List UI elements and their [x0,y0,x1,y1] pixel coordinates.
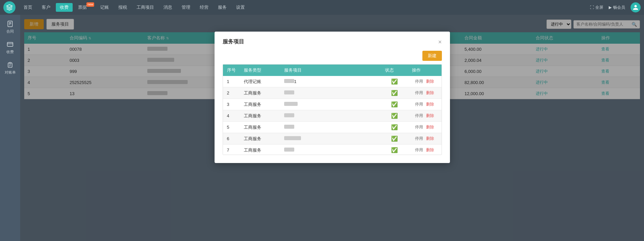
play-icon: ▶ [609,5,612,10]
modal-cell-action: 停用 删除 [408,110,442,122]
modal-cell-type: 工商服务 [240,87,280,99]
delete-button[interactable]: 删除 [426,79,434,84]
svg-rect-1 [7,42,13,46]
modal-table-row: 4 工商服务 ✅ 停用 删除 [223,110,442,122]
modal-cell-item [280,87,381,99]
right-actions: ⛶ 全屏 ▶ 畅会员 [590,2,641,12]
content-area: 新增 服务项目 进行中 已结束 全部 🔍 序号 合同编 [20,15,644,241]
nav-manage[interactable]: 管理 [178,3,194,12]
modal-cell-action: 停用 删除 [408,122,442,133]
modal-cell-seq: 3 [223,99,240,110]
stop-button[interactable]: 停用 [415,79,423,84]
status-check-icon: ✅ [391,124,398,130]
modal-cell-seq: 1 [223,76,240,87]
service-items-table: 序号 服务类型 服务项目 状态 操作 1 代理记账 1 ✅ 停用 删除 2 工商… [223,65,442,155]
modal-cell-type: 工商服务 [240,99,280,110]
user-avatar[interactable] [631,2,641,12]
modal-cell-action: 停用 删除 [408,133,442,145]
delete-button[interactable]: 删除 [426,148,434,152]
modal-cell-seq: 7 [223,145,240,155]
modal-table-row: 5 工商服务 ✅ 停用 删除 [223,122,442,133]
modal-col-type: 服务类型 [240,65,280,76]
stop-button[interactable]: 停用 [415,113,423,118]
modal-col-seq: 序号 [223,65,240,76]
sidebar-item-contract[interactable]: 合同 [1,17,19,37]
modal-cell-status: ✅ [381,122,408,133]
modal-cell-status: ✅ [381,145,408,155]
status-check-icon: ✅ [391,90,398,96]
modal-table-row: 1 代理记账 1 ✅ 停用 删除 [223,76,442,87]
modal-cell-seq: 4 [223,110,240,122]
modal-table-row: 3 工商服务 ✅ 停用 删除 [223,99,442,110]
modal-cell-action: 停用 删除 [408,76,442,87]
modal-cell-type: 工商服务 [240,122,280,133]
modal-scroll-area[interactable]: 序号 服务类型 服务项目 状态 操作 1 代理记账 1 ✅ 停用 删除 2 工商… [223,64,442,155]
delete-button[interactable]: 删除 [426,102,434,107]
modal-cell-item [280,110,381,122]
sidebar-item-fee[interactable]: 收费 [1,38,19,57]
fullscreen-button[interactable]: ⛶ 全屏 [590,5,603,10]
modal-cell-type: 工商服务 [240,110,280,122]
nav-items: 首页 客户 收费 票据 new 记账 报税 工商项目 消息 管理 经营 服务 设… [20,3,590,12]
modal-cell-type: 工商服务 [240,145,280,155]
status-check-icon: ✅ [391,136,398,142]
member-button[interactable]: ▶ 畅会员 [609,5,625,10]
sidebar-item-statement[interactable]: 对账单 [1,58,19,78]
modal-table-row: 7 工商服务 ✅ 停用 删除 [223,145,442,155]
modal-table-row: 6 工商服务 ✅ 停用 删除 [223,133,442,145]
stop-button[interactable]: 停用 [415,148,423,152]
delete-button[interactable]: 删除 [426,125,434,129]
nav-invoice[interactable]: 票据 new [74,3,95,12]
modal-close-button[interactable]: × [438,39,442,45]
modal-cell-status: ✅ [381,133,408,145]
fee-icon [6,41,14,48]
modal-cell-action: 停用 删除 [408,145,442,155]
nav-service[interactable]: 服务 [214,3,231,12]
top-navigation: 首页 客户 收费 票据 new 记账 报税 工商项目 消息 管理 经营 服务 设… [0,0,644,15]
modal-title: 服务项目 [223,38,244,45]
nav-tax[interactable]: 报税 [114,3,131,12]
stop-button[interactable]: 停用 [415,125,423,129]
modal-cell-status: ✅ [381,110,408,122]
nav-client[interactable]: 客户 [38,3,54,12]
stop-button[interactable]: 停用 [415,90,423,95]
stop-button[interactable]: 停用 [415,136,423,141]
modal-cell-item [280,122,381,133]
modal-cell-seq: 5 [223,122,240,133]
modal-toolbar: 新建 [223,51,442,61]
svg-rect-2 [9,63,11,64]
statement-icon [6,61,14,69]
modal-col-item: 服务项目 [280,65,381,76]
modal-cell-status: ✅ [381,99,408,110]
nav-bookkeeping[interactable]: 记账 [96,3,113,12]
main-layout: 合同 收费 对账单 新增 服务项目 进行中 已结束 全部 [0,15,644,241]
sidebar: 合同 收费 对账单 [0,15,20,241]
status-check-icon: ✅ [391,113,398,119]
stop-button[interactable]: 停用 [415,102,423,107]
modal-cell-seq: 2 [223,87,240,99]
modal-col-action: 操作 [408,65,442,76]
status-check-icon: ✅ [391,79,398,84]
modal-cell-status: ✅ [381,76,408,87]
nav-home[interactable]: 首页 [20,3,36,12]
nav-business[interactable]: 工商项目 [132,3,158,12]
delete-button[interactable]: 删除 [426,113,434,118]
modal-cell-action: 停用 删除 [408,87,442,99]
delete-button[interactable]: 删除 [426,136,434,141]
new-badge: new [86,2,94,7]
modal-cell-action: 停用 删除 [408,99,442,110]
modal-new-button[interactable]: 新建 [422,51,442,61]
contract-icon [6,20,14,28]
delete-button[interactable]: 删除 [426,90,434,95]
nav-fee[interactable]: 收费 [56,3,73,12]
modal-col-status: 状态 [381,65,408,76]
modal-cell-item [280,145,381,155]
modal-cell-type: 代理记账 [240,76,280,87]
nav-settings[interactable]: 设置 [232,3,249,12]
modal-header: 服务项目 × [223,38,442,45]
nav-operation[interactable]: 经营 [196,3,213,12]
nav-message[interactable]: 消息 [159,3,176,12]
modal-cell-seq: 6 [223,133,240,145]
app-logo[interactable] [3,1,15,13]
modal-cell-item [280,99,381,110]
